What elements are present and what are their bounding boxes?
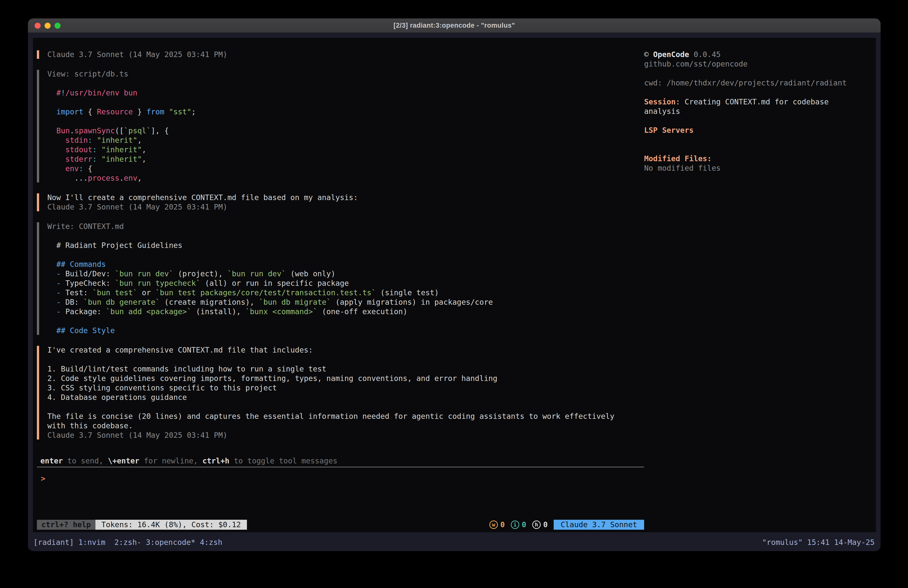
token: [47, 107, 56, 116]
token: I've created a comprehensive CONTEXT.md …: [47, 346, 313, 354]
info-counter: i 0: [511, 520, 526, 530]
token: ,: [142, 155, 146, 163]
chat-line: # Radiant Project Guidelines: [47, 241, 625, 250]
token: [97, 155, 101, 163]
token: from: [146, 107, 164, 116]
token: Now I'll create a comprehensive CONTEXT.…: [47, 193, 358, 202]
modified-files-empty: No modified files: [644, 163, 861, 173]
token: Write: CONTEXT.md: [47, 222, 124, 231]
token: "sst": [169, 107, 192, 116]
token: [47, 164, 65, 173]
token: Resource: [97, 107, 133, 116]
chat-line: I've created a comprehensive CONTEXT.md …: [47, 345, 625, 355]
token: (one-off execution): [317, 307, 407, 316]
hint-backslash-enter: \+enter: [108, 456, 139, 465]
chat-line: - DB: `bun db generate` (create migratio…: [47, 298, 625, 307]
token: [97, 145, 101, 154]
token: `bun run dev`: [115, 269, 174, 278]
token: !: [61, 89, 65, 97]
token: [47, 126, 56, 135]
token: `bun run dev`: [227, 269, 286, 278]
tmux-window-3-current[interactable]: 3:opencode*: [146, 538, 195, 547]
token: stderr: [65, 155, 92, 163]
chat-line: [47, 402, 625, 412]
window-titlebar[interactable]: [2/3] radiant:3:opencode - "romulus": [28, 18, 881, 33]
prompt-symbol: >: [41, 474, 45, 483]
opencode-statusbar: ctrl+? help Tokens: 16.4K (8%), Cost: $0…: [37, 520, 644, 530]
token: stdout: [65, 145, 92, 154]
token: -: [47, 269, 65, 278]
token: import: [56, 107, 83, 116]
token: ,: [137, 174, 142, 182]
statusbar-right: w 0 i 0 h 0 Claude 3.7 Sonnet: [489, 520, 644, 530]
token: :: [92, 145, 97, 154]
token: 4. Database operations guidance: [47, 393, 187, 402]
help-button[interactable]: ctrl+? help: [37, 520, 95, 530]
token: process: [88, 174, 119, 182]
token: or: [137, 288, 155, 297]
chat-block: I've created a comprehensive CONTEXT.md …: [37, 345, 625, 440]
session-title: Session: Creating CONTEXT.md for codebas…: [644, 97, 861, 116]
tmux-statusbar: [radiant] 1:nvim 2:zsh- 3:opencode* 4:zs…: [34, 537, 874, 547]
traffic-lights: [35, 23, 61, 29]
message-accent-bar: [37, 193, 39, 211]
hint-icon: h: [532, 520, 541, 529]
tmux-window-1[interactable]: 1:nvim: [79, 538, 105, 547]
session-label: Session: [644, 97, 676, 106]
token: 3. CSS styling conventions specific to t…: [47, 383, 277, 392]
token: ## Code Style: [47, 326, 115, 335]
chat-block: Claude 3.7 Sonnet (14 May 2025 03:41 PM): [37, 50, 625, 59]
token: -: [47, 279, 65, 288]
info-icon: i: [511, 520, 519, 529]
model-badge[interactable]: Claude 3.7 Sonnet: [554, 520, 644, 530]
close-button[interactable]: [35, 23, 40, 29]
lsp-servers-header: LSP Servers: [644, 126, 861, 135]
token: Claude 3.7 Sonnet (14 May 2025 03:41 PM): [47, 50, 227, 59]
chat-block: Now I'll create a comprehensive CONTEXT.…: [37, 193, 625, 212]
token: (single test): [376, 288, 439, 297]
session-separator: :: [676, 97, 684, 106]
chat-line: 1. Build/lint/test commands including ho…: [47, 364, 625, 374]
cwd-path: cwd: /home/thdxr/dev/projects/radiant/ra…: [644, 78, 861, 88]
warning-counter: w 0: [489, 520, 505, 530]
minimize-button[interactable]: [45, 23, 51, 29]
modified-files-header: Modified Files:: [644, 154, 861, 163]
warning-count: 0: [500, 520, 505, 530]
token: -: [47, 307, 65, 316]
tmux-window-4[interactable]: 4:zsh: [200, 538, 222, 547]
hint-enter: enter: [40, 456, 63, 465]
hint-counter: h 0: [532, 520, 548, 530]
chat-line: [47, 250, 625, 259]
chat-line: stdout: "inherit",: [47, 145, 625, 155]
chat-line: Now I'll create a comprehensive CONTEXT.…: [47, 193, 625, 202]
token: env: [65, 164, 79, 173]
token: "inherit": [101, 145, 142, 154]
app-brand: © OpenCode 0.0.45: [644, 50, 861, 59]
token: Package:: [65, 307, 106, 316]
app-name: OpenCode: [653, 50, 689, 59]
tmux-session-name: [radiant]: [34, 538, 74, 547]
tool-accent-bar: [37, 222, 39, 335]
token: Build/Dev:: [65, 269, 115, 278]
token: `bun test`: [92, 288, 138, 297]
tmux-host-clock: "romulus" 15:41 14-May-25: [762, 538, 874, 547]
tmux-window-2[interactable]: 2:zsh-: [114, 538, 141, 547]
token: :: [92, 155, 97, 163]
chat: Claude 3.7 Sonnet (14 May 2025 03:41 PM)…: [37, 50, 644, 456]
modified-files-label: Modified Files:: [644, 154, 712, 163]
token: ## Commands: [47, 260, 106, 269]
chat-line: - Test: `bun test` or `bun test packages…: [47, 288, 625, 298]
message-accent-bar: [37, 346, 39, 440]
token: #: [56, 89, 61, 97]
zoom-button[interactable]: [55, 23, 61, 29]
token: spawnSync: [74, 126, 115, 135]
token: :: [79, 164, 83, 173]
tool-accent-bar: [37, 70, 39, 182]
token: Claude 3.7 Sonnet (14 May 2025 03:41 PM): [47, 431, 227, 440]
chat-line: - TypeCheck: `bun run typecheck` (all) o…: [47, 279, 625, 288]
chat-line: ## Commands: [47, 259, 625, 269]
repo-link[interactable]: github.com/sst/opencode: [644, 59, 861, 69]
chat-line: #!/usr/bin/env bun: [47, 88, 625, 98]
message-input-area[interactable]: >: [37, 467, 644, 520]
message-input[interactable]: [45, 474, 644, 483]
